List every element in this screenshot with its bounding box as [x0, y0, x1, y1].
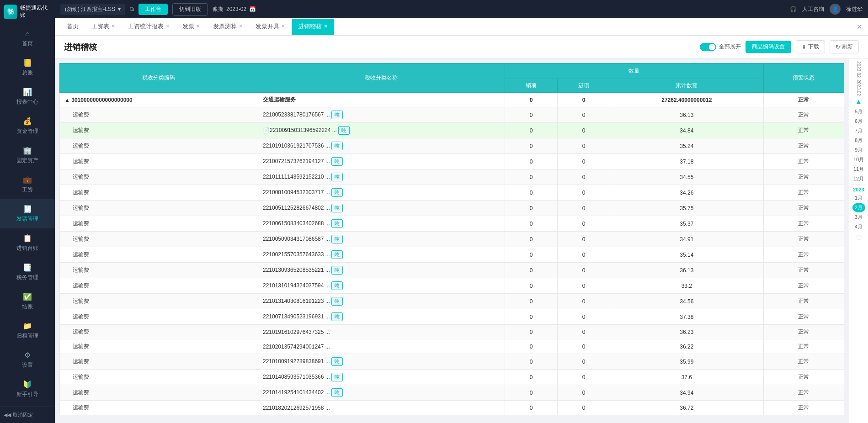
- calendar-icon[interactable]: 📅: [249, 6, 256, 12]
- copy-icon[interactable]: ⧉: [130, 5, 134, 13]
- sidebar-item-capital[interactable]: 💰 资金管理: [0, 111, 55, 141]
- tab-invoice-close[interactable]: ✕: [196, 23, 200, 29]
- table-row[interactable]: 运输费 22101419254101434402 ... 吨 0 0 34.94…: [60, 385, 844, 401]
- sidebar-item-payroll[interactable]: 💼 工资: [0, 170, 55, 199]
- tab-invoice[interactable]: 发票 ✕: [176, 19, 207, 35]
- table-row[interactable]: 运输费 22101314030816191223 ... 吨 0 0 34.56…: [60, 294, 844, 309]
- download-button[interactable]: ⬇ 下载: [796, 40, 825, 53]
- sidebar-item-settle[interactable]: ✅ 结账: [0, 287, 55, 316]
- table-row[interactable]: 运输费 22101820212692571958 ... 0 0 36.72 正…: [60, 401, 844, 415]
- company-selector[interactable]: (勿动) 江西报宝-LSS ▾: [60, 4, 125, 15]
- sidebar-item-ledger[interactable]: 📒 总账: [0, 53, 55, 82]
- month-10[interactable]: 10月: [849, 155, 868, 164]
- sidebar-item-purchase[interactable]: 📋 进销台账: [0, 228, 55, 258]
- row-total: 36.22: [610, 339, 763, 354]
- close-all-button[interactable]: ✕: [857, 23, 863, 31]
- sidebar-item-archive[interactable]: 📁 归档管理: [0, 316, 55, 345]
- sidebar-item-tax[interactable]: 📑 税务管理: [0, 258, 55, 287]
- month-12[interactable]: 12月: [849, 174, 868, 184]
- row-code: 运输费: [60, 201, 258, 216]
- tab-home[interactable]: 首页: [60, 19, 85, 35]
- tab-reconcile-close[interactable]: ✕: [324, 23, 328, 29]
- toggle-switch[interactable]: [700, 43, 716, 51]
- row-sales: 0: [505, 339, 558, 354]
- table-row[interactable]: 运输费 22101408593571035366 ... 吨 0 0 37.6 …: [60, 370, 844, 385]
- sidebar-item-guide[interactable]: 🔰 新手引导: [0, 375, 55, 404]
- table-row[interactable]: 运输费 22100810094532303717 ... 吨 0 0 34.26…: [60, 185, 844, 201]
- table-row[interactable]: 运输费 22101910361921707536 ... 吨 0 0 35.24…: [60, 138, 844, 154]
- row-status: 正常: [763, 325, 844, 339]
- invoice-icon: 🧾: [23, 205, 32, 213]
- row-status: 正常: [763, 263, 844, 278]
- tab-payroll[interactable]: 工资表 ✕: [85, 19, 122, 35]
- row-total: 36.23: [610, 325, 763, 339]
- table-row[interactable]: 运输费 22101310194324037594 ... 吨 0 0 33.2 …: [60, 278, 844, 294]
- capital-icon: 💰: [23, 117, 32, 126]
- sidebar-item-reports[interactable]: 📊 报表中心: [0, 82, 55, 111]
- sidebar-item-label: 税务管理: [16, 274, 38, 281]
- user-name[interactable]: 徐涟华: [846, 5, 863, 13]
- tab-invoice-calc[interactable]: 发票测算 ✕: [207, 19, 249, 35]
- month-6[interactable]: 6月: [849, 116, 868, 126]
- table-row[interactable]: 运输费 📄22100915031396592224 ... 吨 0 0 34.8…: [60, 123, 844, 138]
- table-row[interactable]: ▲ 30100000000000000000 交通运输服务 0 0 27262.…: [60, 93, 844, 107]
- sidebar-item-invoice[interactable]: 🧾 发票管理: [0, 199, 55, 228]
- table-row[interactable]: 运输费 22100713490523196931 ... 吨 0 0 37.38…: [60, 309, 844, 325]
- sidebar-item-home[interactable]: ⌂ 首页: [0, 24, 55, 53]
- support-label[interactable]: 人工咨询: [802, 5, 824, 13]
- tab-payroll-stats[interactable]: 工资统计报表 ✕: [122, 19, 176, 35]
- sidebar-item-settings[interactable]: ⚙ 设置: [0, 345, 55, 375]
- row-sales: 0: [505, 201, 558, 216]
- sidebar: 畅 畅捷通易代账 ⌂ 首页 📒 总账 📊 报表中心 💰 资金管理 🏢 固定资产 …: [0, 0, 55, 423]
- month-5[interactable]: 5月: [849, 107, 868, 116]
- table-row[interactable]: 运输费 22100509034317086587 ... 吨 0 0 34.91…: [60, 232, 844, 247]
- refresh-button[interactable]: ↻ 刷新: [830, 40, 859, 53]
- workspace-button[interactable]: 工作台: [138, 4, 168, 15]
- tabbar: 首页 工资表 ✕ 工资统计报表 ✕ 发票 ✕ 发票测算 ✕ 发票开具 ✕ 进销稽…: [55, 18, 868, 36]
- row-code: 运输费: [60, 294, 258, 309]
- row-sales: 0: [505, 385, 558, 401]
- table-row[interactable]: 运输费 22102013574294001247 ... 0 0 36.22 正…: [60, 339, 844, 354]
- table-row[interactable]: 运输费 22101916102976437325 ... 0 0 36.23 正…: [60, 325, 844, 339]
- settings-button[interactable]: 商品编码设置: [746, 41, 791, 53]
- tab-invoice-calc-close[interactable]: ✕: [239, 23, 243, 29]
- tab-payroll-stats-close[interactable]: ✕: [165, 23, 170, 29]
- row-total: 27262.40000000012: [610, 93, 763, 107]
- table-row[interactable]: 运输费 22101009192789838691 ... 吨 0 0 35.99…: [60, 354, 844, 370]
- scroll-up-button[interactable]: ▲: [854, 97, 863, 107]
- unit-tag: 吨: [331, 173, 343, 181]
- table-row[interactable]: 运输费 22100615083403402688 ... 吨 0 0 35.37…: [60, 216, 844, 232]
- table-row[interactable]: 运输费 22100215570357643633 ... 吨 0 0 35.14…: [60, 247, 844, 263]
- month-8[interactable]: 8月: [849, 136, 868, 145]
- expand-toggle[interactable]: 全部展开: [700, 43, 741, 51]
- sidebar-footer[interactable]: ◀◀ 取消固定: [0, 407, 55, 423]
- month-3[interactable]: 3月: [849, 212, 868, 222]
- month-2-active[interactable]: 2月: [852, 203, 865, 212]
- table-row[interactable]: 运输费 22101309365208535221 ... 吨 0 0 36.13…: [60, 263, 844, 278]
- month-9[interactable]: 9月: [849, 145, 868, 155]
- month-1[interactable]: 1月: [849, 193, 868, 203]
- switch-version-button[interactable]: 切到旧版: [172, 3, 208, 16]
- table-row[interactable]: 运输费 22101111143592152210 ... 吨 0 0 34.55…: [60, 169, 844, 185]
- app-logo: 畅 畅捷通易代账: [0, 0, 55, 24]
- month-11[interactable]: 11月: [849, 164, 868, 174]
- sidebar-item-fixed[interactable]: 🏢 固定资产: [0, 141, 55, 170]
- table-row[interactable]: 运输费 22100721573762194127 ... 吨 0 0 37.18…: [60, 154, 844, 169]
- row-total: 36.72: [610, 401, 763, 415]
- tab-invoice-open[interactable]: 发票开具 ✕: [249, 19, 292, 35]
- table-row[interactable]: 运输费 22100523381780176567 ... 吨 0 0 36.13…: [60, 107, 844, 123]
- month-4[interactable]: 4月: [849, 222, 868, 232]
- row-status: 正常: [763, 185, 844, 201]
- tab-payroll-close[interactable]: ✕: [111, 23, 115, 29]
- month-7[interactable]: 7月: [849, 126, 868, 136]
- table-row[interactable]: 运输费 22100511252826674802 ... 吨 0 0 35.75…: [60, 201, 844, 216]
- tab-reconcile[interactable]: 进销稽核 ✕: [292, 19, 334, 35]
- tab-invoice-open-close[interactable]: ✕: [281, 23, 285, 29]
- row-code: 运输费: [60, 309, 258, 325]
- page-title: 进销稽核: [64, 42, 97, 53]
- year-label-top-2: 2023.02: [855, 79, 862, 97]
- tab-invoice-label: 发票: [182, 22, 194, 31]
- row-status: 正常: [763, 107, 844, 123]
- row-status: 正常: [763, 232, 844, 247]
- row-code: 运输费: [60, 401, 258, 415]
